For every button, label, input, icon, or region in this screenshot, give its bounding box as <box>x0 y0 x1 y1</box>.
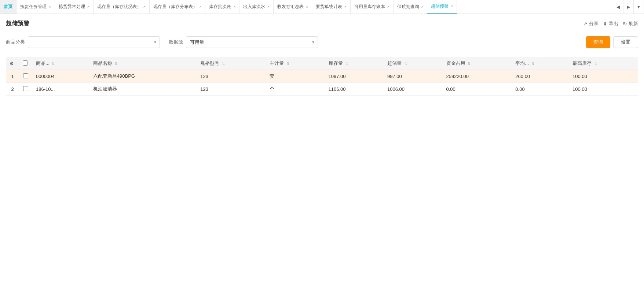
tab-close-inventory-status[interactable]: × <box>143 5 146 9</box>
export-button[interactable]: ⬇ 导出 <box>603 21 618 27</box>
tab-close-available-account[interactable]: × <box>387 5 389 9</box>
th-capital-usage[interactable]: 资金占用 ⇅ <box>443 57 512 70</box>
refresh-label: 刷新 <box>629 21 638 27</box>
sort-overstock-icon: ⇅ <box>404 62 407 66</box>
tab-batch-account[interactable]: 库存批次账× <box>205 0 239 14</box>
datasource-filter: 数据源 可用量 总量 <box>169 36 318 48</box>
tab-close-quality-check[interactable]: × <box>421 5 424 9</box>
data-table: ⚙ 商品... ⇅ 商品名称 ⇅ 规格型号 ⇅ 主计量 <box>6 57 638 96</box>
nav-prev-button[interactable]: ◀ <box>613 0 623 14</box>
top-navigation: 首页 拣货任务管理×拣货异常处理×现存量（库存状况表）×现存量（库存分布表）×库… <box>0 0 644 14</box>
th-checkbox[interactable] <box>19 57 32 70</box>
tab-close-recv-summary[interactable]: × <box>306 5 308 9</box>
tab-label-inventory-dist: 现存量（库存分布表） <box>153 4 197 10</box>
row-select-1[interactable] <box>23 86 28 91</box>
category-label: 商品分类 <box>6 39 25 45</box>
page-content: 超储预警 ↗ 分享 ⬇ 导出 ↻ 刷新 商品分类 <box>0 14 644 293</box>
row-checkbox-1[interactable] <box>19 83 32 96</box>
sort-product-name-icon: ⇅ <box>114 62 117 66</box>
nav-menu-button[interactable]: ▼ <box>634 0 644 14</box>
tab-inout-flow[interactable]: 出入库流水× <box>239 0 274 14</box>
tab-order-stats[interactable]: 要货单统计表× <box>312 0 351 14</box>
tab-home[interactable]: 首页 <box>0 0 17 14</box>
tab-quality-check[interactable]: 保质期查询× <box>394 0 428 14</box>
th-inventory[interactable]: 库存量 ⇅ <box>325 57 384 70</box>
row-unit-0: 套 <box>266 70 325 83</box>
refresh-icon: ↻ <box>623 21 627 27</box>
tab-close-batch-account[interactable]: × <box>233 5 235 9</box>
row-product-name-0: 六配套新昌490BPG <box>89 70 197 83</box>
filter-actions: 查询 设置 <box>586 36 638 48</box>
table-row: 1 0000004 六配套新昌490BPG 123 套 1097.00 997.… <box>6 70 638 83</box>
row-num-1: 2 <box>6 83 19 96</box>
tab-label-batch-account: 库存批次账 <box>209 4 231 10</box>
sort-inventory-icon: ⇅ <box>345 62 348 66</box>
page-header: 超储预警 ↗ 分享 ⬇ 导出 ↻ 刷新 <box>6 20 638 27</box>
query-button[interactable]: 查询 <box>586 36 610 48</box>
row-max-stock-1: 100.00 <box>569 83 638 96</box>
tab-close-task-mgmt[interactable]: × <box>49 5 51 9</box>
tab-label-task-mgmt: 拣货任务管理 <box>20 4 47 10</box>
category-select[interactable] <box>28 36 160 48</box>
settings-icon: ⚙ <box>10 61 14 66</box>
export-label: 导出 <box>609 21 618 27</box>
tab-label-recv-summary: 收发存汇总表 <box>277 4 304 10</box>
th-product-name[interactable]: 商品名称 ⇅ <box>89 57 197 70</box>
tab-label-abnormal: 拣货异常处理 <box>59 4 85 10</box>
tab-close-overstock-warning[interactable]: × <box>451 4 453 8</box>
nav-next-button[interactable]: ▶ <box>623 0 634 14</box>
tab-inventory-dist[interactable]: 现存量（库存分布表）× <box>150 0 206 14</box>
th-overstock[interactable]: 超储量 ⇅ <box>384 57 442 70</box>
tab-close-order-stats[interactable]: × <box>344 5 347 9</box>
tab-abnormal[interactable]: 拣货异常处理× <box>55 0 94 14</box>
th-spec[interactable]: 规格型号 ⇅ <box>197 57 266 70</box>
settings-button[interactable]: 设置 <box>613 36 638 48</box>
share-label: 分享 <box>589 21 599 27</box>
th-product-code[interactable]: 商品... ⇅ <box>32 57 89 70</box>
tab-close-inout-flow[interactable]: × <box>267 5 270 9</box>
row-overstock-1: 1006.00 <box>384 83 442 96</box>
tab-label-quality-check: 保质期查询 <box>397 4 419 10</box>
row-inventory-0: 1097.00 <box>325 70 384 83</box>
tab-label-overstock-warning: 超储预警 <box>431 3 449 10</box>
row-spec-1: 123 <box>197 83 266 96</box>
sort-avg-icon: ⇅ <box>531 62 534 66</box>
tab-label-inout-flow: 出入库流水 <box>243 4 265 10</box>
sort-spec-icon: ⇅ <box>222 62 225 66</box>
row-select-0[interactable] <box>23 73 28 78</box>
tab-available-account[interactable]: 可用量库存账本× <box>351 0 394 14</box>
filter-bar: 商品分类 数据源 可用量 总量 查询 设置 <box>6 33 638 51</box>
row-inventory-1: 1106.00 <box>325 83 384 96</box>
tab-recv-summary[interactable]: 收发存汇总表× <box>274 0 312 14</box>
tab-close-abnormal[interactable]: × <box>87 5 89 9</box>
th-avg[interactable]: 平均... ⇅ <box>512 57 569 70</box>
tab-label-order-stats: 要货单统计表 <box>316 4 342 10</box>
table-body: 1 0000004 六配套新昌490BPG 123 套 1097.00 997.… <box>6 70 638 96</box>
row-capital-usage-1: 0.00 <box>443 83 512 96</box>
tab-label-available-account: 可用量库存账本 <box>354 4 385 10</box>
sort-product-code-icon: ⇅ <box>52 62 55 66</box>
row-avg-1: 0.00 <box>512 83 569 96</box>
category-select-wrapper <box>28 36 160 48</box>
export-icon: ⬇ <box>603 21 607 27</box>
tab-inventory-status[interactable]: 现存量（库存状况表）× <box>94 0 150 14</box>
refresh-button[interactable]: ↻ 刷新 <box>623 21 638 27</box>
datasource-label: 数据源 <box>169 39 183 45</box>
share-button[interactable]: ↗ 分享 <box>583 21 599 27</box>
tab-overstock-warning[interactable]: 超储预警× <box>427 0 457 14</box>
select-all-checkbox[interactable] <box>23 60 28 66</box>
tab-home-label: 首页 <box>4 4 12 10</box>
row-overstock-0: 997.00 <box>384 70 442 83</box>
tab-task-mgmt[interactable]: 拣货任务管理× <box>17 0 55 14</box>
nav-arrows: ◀ ▶ ▼ <box>613 0 644 14</box>
header-actions: ↗ 分享 ⬇ 导出 ↻ 刷新 <box>583 21 638 27</box>
th-unit[interactable]: 主计量 ⇅ <box>266 57 325 70</box>
datasource-select[interactable]: 可用量 总量 <box>186 36 318 48</box>
th-max-stock[interactable]: 最高库存 ⇅ <box>569 57 638 70</box>
sort-capital-usage-icon: ⇅ <box>468 62 471 66</box>
row-unit-1: 个 <box>266 83 325 96</box>
th-settings[interactable]: ⚙ <box>6 57 19 70</box>
row-checkbox-0[interactable] <box>19 70 32 83</box>
tab-close-inventory-dist[interactable]: × <box>200 5 202 9</box>
tab-label-inventory-status: 现存量（库存状况表） <box>97 4 141 10</box>
